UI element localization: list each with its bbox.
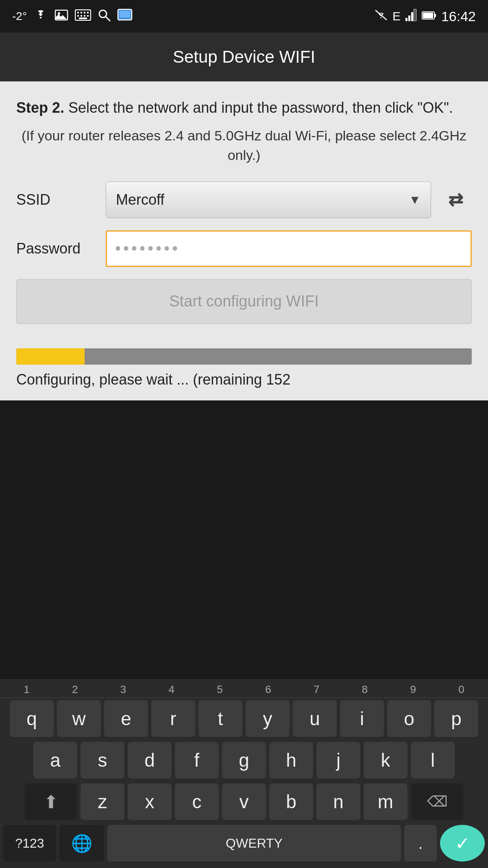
step-instruction-text: Select the network and input the passwor… (64, 99, 453, 116)
keyboard-row-3: ⬆ z x c v b n m ⌫ (0, 781, 488, 822)
svg-rect-22 (434, 14, 436, 17)
key-hint-4: 4 (147, 683, 196, 696)
svg-rect-11 (79, 17, 87, 19)
keyboard-icon (75, 9, 91, 24)
key-hint-3: 3 (99, 683, 148, 696)
key-m[interactable]: m (364, 783, 407, 820)
temperature: -2° (12, 10, 27, 23)
key-hint-2: 2 (51, 683, 99, 696)
key-e[interactable]: e (104, 700, 148, 737)
key-p[interactable]: p (434, 700, 478, 737)
progress-text: Configuring, please wait ... (remaining … (16, 371, 472, 388)
svg-rect-7 (77, 15, 79, 17)
key-hint-0: 0 (437, 683, 486, 696)
svg-rect-23 (423, 13, 433, 18)
key-hint-1: 1 (2, 683, 51, 696)
key-z[interactable]: z (81, 783, 124, 820)
password-value: •••••••• (115, 239, 180, 258)
wifi-icon (33, 9, 48, 24)
svg-rect-17 (405, 18, 407, 21)
key-f[interactable]: f (175, 742, 219, 778)
note-text: (If your router releases 2.4 and 5.0GHz … (16, 126, 472, 165)
title-bar: Setup Device WIFI (0, 33, 488, 81)
chevron-down-icon: ▼ (409, 193, 421, 207)
key-j[interactable]: j (316, 742, 360, 778)
refresh-button[interactable]: ⇄ (439, 184, 472, 216)
key-hint-9: 9 (389, 683, 437, 696)
ssid-dropdown[interactable]: Mercoff ▼ (106, 181, 431, 218)
svg-rect-20 (414, 9, 416, 21)
svg-point-1 (58, 12, 60, 15)
step-instructions: Step 2. Select the network and input the… (16, 98, 472, 118)
keyboard-number-row: 1 2 3 4 5 6 7 8 9 0 (0, 679, 488, 698)
time-display: 16:42 (441, 9, 476, 24)
globe-icon: 🌐 (71, 833, 92, 853)
svg-rect-9 (84, 15, 85, 17)
svg-rect-15 (120, 11, 130, 17)
svg-rect-4 (81, 12, 82, 13)
key-d[interactable]: d (128, 742, 172, 778)
enter-key[interactable]: ✓ (440, 825, 485, 861)
svg-line-16 (375, 10, 387, 20)
key-a[interactable]: a (33, 742, 77, 778)
ssid-row: SSID Mercoff ▼ ⇄ (16, 181, 472, 218)
svg-rect-8 (81, 15, 82, 17)
shift-key[interactable]: ⬆ (24, 783, 77, 820)
step-label: Step 2. (16, 99, 64, 116)
keyboard: 1 2 3 4 5 6 7 8 9 0 q w e r t y u i o p … (0, 679, 488, 868)
key-s[interactable]: s (81, 742, 124, 778)
spacebar-label: QWERTY (226, 836, 283, 851)
key-hint-5: 5 (196, 683, 244, 696)
wifi-status-icon (375, 9, 388, 24)
screen-icon (117, 9, 133, 24)
backspace-icon: ⌫ (427, 793, 448, 810)
key-x[interactable]: x (128, 783, 172, 820)
key-o[interactable]: o (387, 700, 431, 737)
progress-bar-fill (16, 348, 85, 365)
password-input[interactable]: •••••••• (106, 230, 472, 267)
battery-icon (422, 9, 436, 23)
configure-wifi-button[interactable]: Start configuring WIFI (16, 279, 472, 324)
key-b[interactable]: b (269, 783, 313, 820)
key-u[interactable]: u (293, 700, 337, 737)
num-switch-label: ?123 (15, 836, 44, 851)
svg-line-13 (106, 17, 110, 21)
main-content: Step 2. Select the network and input the… (0, 81, 488, 336)
globe-key[interactable]: 🌐 (59, 825, 104, 861)
checkmark-icon: ✓ (455, 833, 470, 854)
key-y[interactable]: y (246, 700, 290, 737)
password-row: Password •••••••• (16, 230, 472, 267)
key-k[interactable]: k (364, 742, 407, 778)
svg-rect-3 (77, 12, 79, 13)
password-label: Password (16, 240, 106, 257)
key-w[interactable]: w (57, 700, 101, 737)
key-r[interactable]: r (151, 700, 195, 737)
svg-rect-18 (408, 15, 410, 21)
spacebar-key[interactable]: QWERTY (107, 825, 401, 861)
key-n[interactable]: n (316, 783, 360, 820)
status-bar: -2° (0, 0, 488, 33)
period-key[interactable]: . (404, 825, 437, 861)
progress-bar-container (16, 348, 472, 365)
search-icon (98, 9, 111, 24)
key-q[interactable]: q (10, 700, 54, 737)
key-hint-6: 6 (244, 683, 292, 696)
configure-btn-label: Start configuring WIFI (169, 293, 318, 310)
keyboard-row-1: q w e r t y u i o p (0, 698, 488, 739)
key-c[interactable]: c (175, 783, 219, 820)
key-v[interactable]: v (222, 783, 266, 820)
key-t[interactable]: t (198, 700, 242, 737)
key-h[interactable]: h (269, 742, 313, 778)
progress-section: Configuring, please wait ... (remaining … (0, 336, 488, 400)
key-i[interactable]: i (340, 700, 384, 737)
key-g[interactable]: g (222, 742, 266, 778)
num-switch-key[interactable]: ?123 (3, 825, 56, 861)
svg-rect-6 (87, 12, 89, 13)
key-hint-8: 8 (341, 683, 389, 696)
svg-rect-10 (87, 15, 89, 17)
backspace-key[interactable]: ⌫ (411, 783, 464, 820)
refresh-icon: ⇄ (448, 189, 463, 210)
key-l[interactable]: l (411, 742, 455, 778)
status-right: E 16:42 (375, 9, 476, 24)
svg-rect-5 (84, 12, 85, 13)
